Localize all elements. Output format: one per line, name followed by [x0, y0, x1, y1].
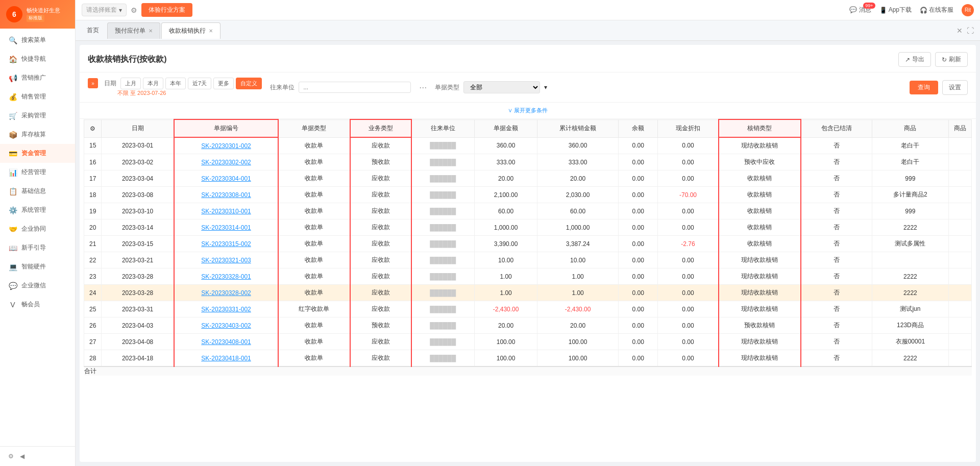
cell-product2 [949, 187, 972, 203]
tab-prepay-close[interactable]: ✕ [149, 28, 153, 34]
cell-doc-no[interactable]: SK-20230304-001 [174, 170, 278, 187]
cell-biz-type: 应收款 [350, 170, 411, 187]
cell-doc-no[interactable]: SK-20230315-002 [174, 236, 278, 252]
doc-no-link[interactable]: SK-20230314-001 [201, 224, 251, 231]
partner-input[interactable] [299, 82, 411, 93]
collapse-icon[interactable]: ◀ [20, 453, 24, 460]
doc-no-link[interactable]: SK-20230302-002 [201, 159, 251, 166]
doc-no-link[interactable]: SK-20230304-001 [201, 175, 251, 182]
sidebar-footer: ⚙ ◀ [0, 446, 75, 466]
cell-doc-no[interactable]: SK-20230301-002 [174, 137, 278, 154]
table-row: 28 2023-04-18 SK-20230418-001 收款单 应收款 ██… [84, 350, 972, 367]
cell-no: 17 [84, 170, 102, 187]
custom-date-btn[interactable]: 自定义 [236, 78, 262, 89]
doc-no-link[interactable]: SK-20230328-002 [201, 289, 251, 297]
cell-doc-no[interactable]: SK-20230408-001 [174, 334, 278, 350]
user-avatar[interactable]: Rit [962, 4, 974, 16]
sidebar-item-guide[interactable]: 📖新手引导 [0, 238, 75, 257]
sidebar-item-finance[interactable]: 💳资金管理 [0, 144, 75, 163]
this-month-btn[interactable]: 本月 [143, 78, 163, 89]
cell-doc-no[interactable]: SK-20230418-001 [174, 350, 278, 367]
cell-doc-no[interactable]: SK-20230314-001 [174, 219, 278, 236]
sidebar-item-quick[interactable]: 🏠快捷导航 [0, 50, 75, 68]
doc-no-link[interactable]: SK-20230308-001 [201, 191, 251, 199]
table-header-row: ⚙ 日期 单据编号 单据类型 业务类型 往来单位 单据金额 累计核销金额 余额 … [84, 119, 972, 137]
cell-verify-type: 现结收款核销 [719, 268, 801, 285]
app-download-area[interactable]: 📱 App下载 [879, 6, 912, 14]
filter-toggle[interactable]: » [88, 78, 98, 88]
settings-icon[interactable]: ⚙ [8, 453, 14, 460]
sidebar-label-operations: 经营管理 [21, 168, 46, 177]
this-year-btn[interactable]: 本年 [165, 78, 186, 89]
sidebar-item-hardware[interactable]: 💻智能硬件 [0, 257, 75, 276]
tab-home[interactable]: 首页 [80, 26, 106, 35]
query-button[interactable]: 查询 [910, 81, 938, 94]
cell-total-verify: 100.00 [537, 334, 618, 350]
cell-biz-type: 预收款 [350, 154, 411, 170]
cell-doc-no[interactable]: SK-20230328-001 [174, 268, 278, 285]
cell-doc-amount: 2,100.00 [475, 187, 537, 203]
doc-type-select[interactable]: 全部 [463, 81, 540, 93]
sidebar-item-system[interactable]: ⚙️系统管理 [0, 201, 75, 219]
export-button[interactable]: ↗ 导出 [898, 52, 931, 67]
tab-prepay[interactable]: 预付应付单 ✕ [107, 22, 160, 39]
doc-no-link[interactable]: SK-20230403-002 [201, 322, 251, 329]
cell-biz-type: 应收款 [350, 268, 411, 285]
sidebar-item-basic[interactable]: 📋基础信息 [0, 182, 75, 201]
brand-selector[interactable]: 请选择账套 ▾ [82, 4, 127, 16]
doc-no-link[interactable]: SK-20230321-003 [201, 257, 251, 264]
online-service-area[interactable]: 🎧 在线客服 [920, 6, 953, 14]
more-date-btn[interactable]: 更多 [213, 78, 234, 89]
cell-biz-type: 应收款 [350, 187, 411, 203]
sidebar-item-wechat[interactable]: 💬企业微信 [0, 276, 75, 295]
doc-no-link[interactable]: SK-20230301-002 [201, 142, 251, 150]
notification-area[interactable]: 💬 消息 99+ [849, 6, 871, 14]
cell-no: 25 [84, 301, 102, 317]
cell-biz-type: 应收款 [350, 334, 411, 350]
gear-icon[interactable]: ⚙ [131, 6, 137, 14]
cell-doc-no[interactable]: SK-20230331-002 [174, 301, 278, 317]
doc-no-link[interactable]: SK-20230315-002 [201, 240, 251, 248]
doc-no-link[interactable]: SK-20230310-001 [201, 208, 251, 215]
expand-more-button[interactable]: ∨ 展开更多条件 [504, 106, 552, 115]
tab-expand-icon[interactable]: ⛶ [967, 27, 974, 35]
doc-no-link[interactable]: SK-20230328-001 [201, 273, 251, 280]
cell-cash-discount: 0.00 [658, 334, 719, 350]
cell-product2 [949, 170, 972, 187]
cell-doc-amount: 20.00 [475, 170, 537, 187]
sidebar-item-company[interactable]: 🤝企业协同 [0, 219, 75, 238]
sidebar-item-inventory[interactable]: 📦库存核算 [0, 125, 75, 144]
table-row: 16 2023-03-02 SK-20230302-002 收款单 预收款 ██… [84, 154, 972, 170]
cell-product: 2222 [872, 268, 948, 285]
industry-solution-button[interactable]: 体验行业方案 [141, 3, 192, 17]
doc-no-link[interactable]: SK-20230408-001 [201, 338, 251, 346]
cell-doc-no[interactable]: SK-20230328-002 [174, 285, 278, 301]
sidebar-item-purchase[interactable]: 🛒采购管理 [0, 106, 75, 125]
tab-close-all-icon[interactable]: ✕ [957, 27, 963, 35]
last-7days-btn[interactable]: 近7天 [188, 78, 211, 89]
table-row: 17 2023-03-04 SK-20230304-001 收款单 应收款 ██… [84, 170, 972, 187]
filter-settings-button[interactable]: 设置 [942, 80, 968, 95]
date-label: 日期 [104, 79, 116, 88]
last-month-btn[interactable]: 上月 [120, 78, 141, 89]
sidebar-item-sales[interactable]: 💰销售管理 [0, 87, 75, 106]
sidebar-item-member[interactable]: V畅会员 [0, 295, 75, 314]
cell-verify-type: 现结收款核销 [719, 137, 801, 154]
cell-doc-no[interactable]: SK-20230321-003 [174, 252, 278, 268]
cell-doc-no[interactable]: SK-20230308-001 [174, 187, 278, 203]
sidebar-item-search[interactable]: 🔍搜索菜单 [0, 31, 75, 50]
cell-doc-no[interactable]: SK-20230403-002 [174, 317, 278, 334]
doc-no-link[interactable]: SK-20230331-002 [201, 306, 251, 313]
cell-verify-type: 收款核销 [719, 236, 801, 252]
sidebar-item-operations[interactable]: 📊经营管理 [0, 163, 75, 182]
sidebar-item-marketing[interactable]: 📢营销推广 [0, 68, 75, 87]
tab-collection-close[interactable]: ✕ [209, 28, 213, 34]
cell-doc-no[interactable]: SK-20230310-001 [174, 203, 278, 219]
cell-doc-no[interactable]: SK-20230302-002 [174, 154, 278, 170]
cell-date: 2023-03-02 [102, 154, 174, 170]
tab-collection[interactable]: 收款核销执行 ✕ [161, 22, 220, 39]
cell-doc-amount: -2,430.00 [475, 301, 537, 317]
sidebar-icon-search: 🔍 [8, 36, 17, 44]
doc-no-link[interactable]: SK-20230418-001 [201, 355, 251, 362]
refresh-button[interactable]: ↻ 刷新 [935, 52, 968, 67]
